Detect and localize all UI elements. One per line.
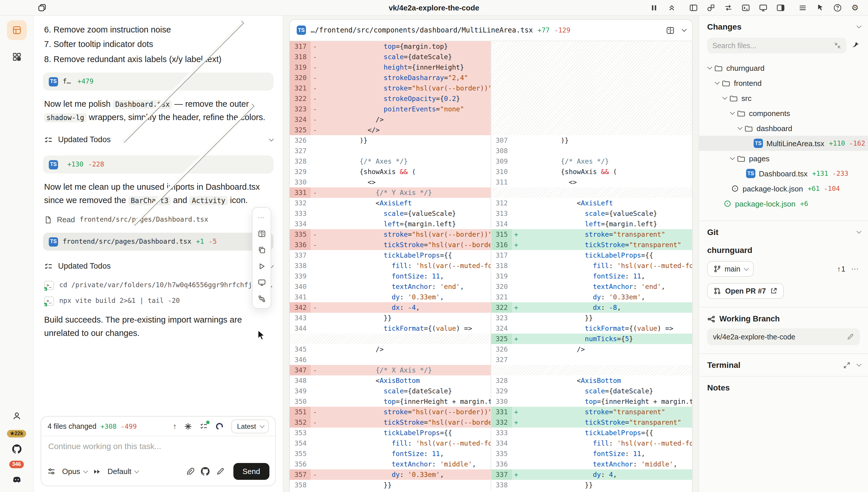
read-label: Read <box>57 214 75 226</box>
discord-logo-icon[interactable] <box>7 472 26 487</box>
diff-body[interactable]: 317- top={margin.top}318- scale={dateSca… <box>290 41 692 492</box>
pen-icon[interactable] <box>216 467 225 476</box>
pencil-icon[interactable] <box>846 333 854 341</box>
display-icon[interactable] <box>758 3 768 13</box>
open-pr-button[interactable]: Open PR #7 <box>707 283 784 299</box>
push-up-icon[interactable]: ↑ <box>173 422 177 430</box>
changes-label: Changes <box>707 22 742 31</box>
typescript-icon: TS <box>49 77 58 87</box>
commits-ahead[interactable]: ↑ 1 <box>837 265 845 273</box>
total-added: +308 <box>100 422 116 430</box>
bird-icon[interactable] <box>851 40 860 51</box>
titlebar: vk/4e2a-explore-the-code <box>0 0 868 16</box>
diff-row: 325- </> <box>290 125 692 135</box>
read-file-row[interactable]: Read frontend/src/pages/Dashboard.tsx <box>44 214 272 226</box>
working-branch-field[interactable]: vk/4e2a-explore-the-code <box>707 328 860 345</box>
tree-row-package-lock-json[interactable]: package-lock.json+6 <box>699 196 868 211</box>
tree-row-dashboard[interactable]: dashboard <box>699 121 868 136</box>
chevron-down-icon <box>857 229 861 234</box>
git-more-icon[interactable]: ⋯ <box>850 265 860 273</box>
search-input[interactable] <box>712 42 834 50</box>
fast-forward-icon[interactable] <box>93 467 101 475</box>
working-branch-value: vk/4e2a-explore-the-code <box>713 333 795 341</box>
panel-left-icon[interactable] <box>688 3 699 13</box>
sparkle-icon[interactable] <box>184 422 192 430</box>
tree-row-multilinearea-tsx[interactable]: TSMultiLineArea.tsx+110-162 <box>699 136 868 151</box>
file-change-chip-selected[interactable]: TS frontend/src/pages/Dashboard.tsx +1 -… <box>43 233 274 251</box>
lines-removed: -5 <box>209 237 217 247</box>
terminal-label: Terminal <box>707 360 741 370</box>
notes-section-header[interactable]: Notes <box>699 376 868 399</box>
chevron-down-icon[interactable] <box>857 362 861 367</box>
model-dropdown[interactable]: Opus <box>62 467 87 476</box>
terminal-icon[interactable] <box>741 3 751 13</box>
diff-view-icon[interactable] <box>254 226 269 241</box>
menu-icon[interactable] <box>798 3 807 13</box>
diff-row: 323- pointerEvents="none" <box>290 104 692 114</box>
tree-row-components[interactable]: components <box>699 105 868 121</box>
tree-row-dashboard-tsx[interactable]: TSDashboard.tsx+131-233 <box>699 166 868 181</box>
updated-todos-row[interactable]: Updated Todos <box>44 258 272 275</box>
help-icon[interactable] <box>832 3 842 13</box>
file-change-chip[interactable]: TS frontend/src/components/dashboard/Mul… <box>43 73 274 91</box>
pause-icon[interactable] <box>649 3 659 13</box>
chat-scroll-area[interactable]: 6. Remove zoom instruction noise7. Softe… <box>34 16 283 411</box>
changes-section-header[interactable]: Changes <box>699 16 868 38</box>
terminal-command-row[interactable]: >_+npx vite build 2>&1 | tail -20 <box>44 296 272 306</box>
github-logo-icon[interactable] <box>7 442 26 457</box>
chevron-down-icon <box>83 468 88 473</box>
tree-item-name: dashboard <box>756 124 792 132</box>
diff-row: 342- dx: -4,322+ dx: -8, <box>290 302 692 313</box>
changes-summary-bar[interactable]: 4 files changed +308 -499 ↑ Latest <box>41 417 275 436</box>
monitor-icon[interactable] <box>254 275 269 290</box>
attachment-icon[interactable] <box>186 467 194 476</box>
branch-selector[interactable]: main <box>707 261 754 277</box>
git-section-header[interactable]: Git <box>699 221 868 243</box>
pointer-icon[interactable] <box>815 3 825 13</box>
copy-icon[interactable] <box>254 243 269 257</box>
tree-row-frontend[interactable]: frontend <box>699 75 868 91</box>
person-icon[interactable] <box>7 406 26 426</box>
updated-todos-row[interactable]: Updated Todos <box>44 131 272 149</box>
tabs-icon[interactable] <box>37 3 47 13</box>
terminal-section-header[interactable]: Terminal <box>699 354 868 376</box>
more-options-icon[interactable]: ⋯ <box>254 210 269 224</box>
diff-row: 324- /> <box>290 114 692 125</box>
mode-dropdown[interactable]: Default <box>108 467 138 476</box>
message-input[interactable] <box>41 436 275 460</box>
diff-row: 354 fill: 'hsl(var(--muted-foreground))'… <box>290 438 692 448</box>
boards-icon[interactable] <box>7 47 26 67</box>
settings-sliders-icon[interactable] <box>47 467 56 476</box>
collapse-chevrons-icon[interactable] <box>666 3 676 13</box>
github-icon[interactable] <box>201 467 209 476</box>
tree-row-churnguard[interactable]: churnguard <box>699 60 868 75</box>
assistant-paragraph: Build succeeds. The pre-existing import … <box>44 313 272 339</box>
workspace-icon-active[interactable] <box>7 20 26 40</box>
expand-icon[interactable] <box>843 361 850 369</box>
folder-icon <box>744 124 753 132</box>
tree-row-pages[interactable]: pages <box>699 151 868 166</box>
run-icon[interactable] <box>254 259 269 273</box>
terminal-command-row[interactable]: >_+cd /private/var/folders/10/h7w0q46556… <box>44 280 272 291</box>
github-stars-badge: ★22k <box>7 430 26 438</box>
git-section: Git churnguard main ↑ 1 <box>699 220 868 307</box>
send-button[interactable]: Send <box>233 463 269 480</box>
split-view-icon[interactable] <box>666 26 675 34</box>
git-compare-icon[interactable] <box>254 291 269 306</box>
mode-label: Default <box>108 467 131 476</box>
latest-dropdown[interactable]: Latest <box>231 419 269 433</box>
chevron-down-icon[interactable] <box>682 27 686 32</box>
lines-removed: -228 <box>88 159 104 170</box>
panel-right-icon[interactable] <box>776 3 785 13</box>
gear-icon[interactable]: ⚙ <box>850 3 860 13</box>
file-change-chip[interactable]: TS frontend/src/pages/Dashboard.tsx +130… <box>43 156 274 174</box>
tree-row-package-lock-json[interactable]: package-lock.json+61-104 <box>699 181 868 196</box>
folder-icon <box>737 109 746 118</box>
discord-members-badge: 346 <box>9 461 24 468</box>
git-compare-icon[interactable] <box>723 3 733 13</box>
diff-row: 327308 <box>290 146 692 156</box>
shapes-icon[interactable] <box>706 3 716 13</box>
collapse-tree-icon[interactable] <box>834 42 841 49</box>
todos-status-icon[interactable] <box>200 422 208 430</box>
tree-row-src[interactable]: src <box>699 91 868 105</box>
